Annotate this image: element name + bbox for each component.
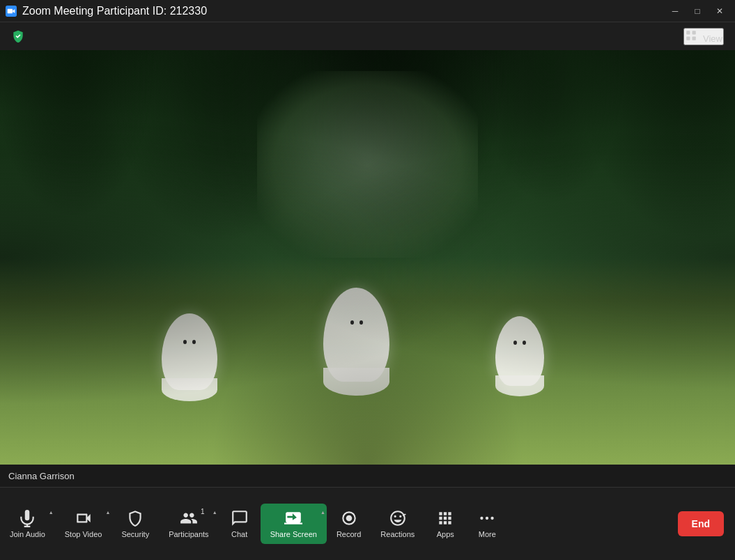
apps-label: Apps <box>437 530 454 538</box>
more-label: More <box>479 530 496 538</box>
maximize-button[interactable]: □ <box>688 4 707 18</box>
view-button[interactable]: View <box>683 28 724 45</box>
toolbar: Join Audio Stop Video Security 1 Partici… <box>0 487 735 560</box>
titlebar-left: Zoom Meeting Participant ID: 212330 <box>6 5 207 17</box>
topbar: View <box>0 22 735 50</box>
video-camera-icon <box>75 509 93 527</box>
stop-video-button[interactable]: Stop Video <box>55 504 112 544</box>
view-grid-icon <box>685 29 697 42</box>
svg-rect-2 <box>693 31 696 34</box>
reactions-button[interactable]: Reactions <box>371 504 424 544</box>
participants-icon <box>180 509 198 527</box>
share-screen-caret[interactable] <box>320 509 325 515</box>
more-button[interactable]: More <box>466 504 508 544</box>
ghost-scene <box>0 50 735 465</box>
svg-rect-1 <box>687 31 690 34</box>
video-area <box>0 50 735 465</box>
chat-label: Chat <box>231 530 247 538</box>
share-screen-button[interactable]: Share Screen <box>261 504 327 544</box>
share-screen-icon <box>284 509 302 527</box>
svg-rect-3 <box>687 36 690 40</box>
apps-button[interactable]: Apps <box>424 504 466 544</box>
stop-video-label: Stop Video <box>65 530 102 538</box>
minimize-button[interactable]: ─ <box>665 4 685 18</box>
apps-icon <box>436 509 454 527</box>
record-icon <box>340 509 358 527</box>
chat-button[interactable]: Chat <box>219 504 261 544</box>
svg-point-6 <box>346 515 352 522</box>
close-button[interactable]: ✕ <box>710 4 729 18</box>
svg-point-10 <box>491 517 494 520</box>
chat-icon <box>231 509 249 527</box>
participants-label: Participants <box>169 530 208 538</box>
svg-point-8 <box>481 517 483 520</box>
video-caret[interactable] <box>105 509 110 515</box>
security-label: Security <box>121 530 149 538</box>
participants-button[interactable]: 1 Participants <box>159 504 218 544</box>
participants-badge: 1 <box>201 508 205 515</box>
share-screen-label: Share Screen <box>270 530 317 538</box>
shield-check-icon <box>11 29 25 43</box>
dark-vignette <box>0 50 735 465</box>
reactions-label: Reactions <box>380 530 415 538</box>
security-shield-badge <box>11 29 25 43</box>
titlebar-controls: ─ □ ✕ <box>665 4 729 18</box>
more-dots-icon <box>478 509 496 527</box>
titlebar: Zoom Meeting Participant ID: 212330 ─ □ … <box>0 0 735 22</box>
record-button[interactable]: Record <box>327 504 371 544</box>
reactions-emoji-icon <box>389 509 407 527</box>
join-audio-button[interactable]: Join Audio <box>0 504 55 544</box>
titlebar-title: Zoom Meeting Participant ID: 212330 <box>22 5 207 17</box>
view-label: View <box>703 33 722 44</box>
record-label: Record <box>336 530 361 538</box>
svg-rect-4 <box>693 36 696 40</box>
participant-name: Cianna Garrison <box>8 471 75 481</box>
microphone-icon <box>18 509 36 527</box>
participant-name-bar: Cianna Garrison <box>0 465 735 487</box>
audio-caret[interactable] <box>49 509 54 515</box>
join-audio-label: Join Audio <box>10 530 45 538</box>
security-button[interactable]: Security <box>111 504 159 544</box>
toolbar-buttons: Join Audio Stop Video Security 1 Partici… <box>0 504 667 544</box>
participants-caret[interactable] <box>212 509 217 515</box>
end-meeting-button[interactable]: End <box>678 511 724 536</box>
security-shield-icon <box>126 509 144 527</box>
svg-point-9 <box>486 517 488 520</box>
zoom-logo-icon <box>6 6 17 17</box>
